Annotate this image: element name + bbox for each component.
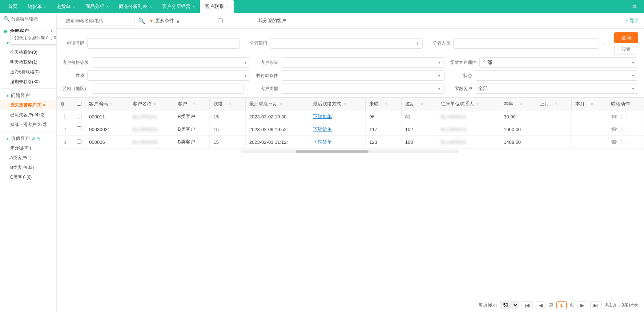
staff-more-btn[interactable]: ...	[602, 41, 605, 46]
tab-销货单[interactable]: 销货单×	[23, 0, 51, 13]
sidebar-item-class-b[interactable]: B类客户(33)	[0, 163, 56, 173]
tab-客户分层经营[interactable]: 客户分层经营×	[157, 0, 200, 13]
select-all-checkbox[interactable]	[77, 101, 81, 106]
sort-icon-uncontacted[interactable]: ⇅	[385, 102, 388, 106]
sidebar-item-7days[interactable]: 近7天待联络(0)	[0, 67, 56, 77]
action-contact-icon-1[interactable]: ☎	[611, 114, 617, 119]
sort-icon-code[interactable]: ⇅	[110, 102, 113, 106]
sort-icon-method[interactable]: ⇅	[343, 102, 346, 106]
action-more-icon-2[interactable]: ⋮⋮	[619, 126, 629, 132]
sidebar-item-churned[interactable]: 已流失客户(24) ②	[0, 110, 56, 120]
close-window-btn[interactable]: ✕	[628, 3, 641, 11]
price-grade-select[interactable]: ▼	[92, 57, 250, 68]
sort-icon-tmonth[interactable]: ⇅	[591, 102, 593, 106]
last-method-link-2[interactable]: 下销货单	[313, 126, 332, 132]
sidebar-item-tomorrow[interactable]: 明天待联络(1)	[0, 57, 56, 67]
sidebar-item-class-c[interactable]: C类客户(6)	[0, 173, 56, 182]
export-button[interactable]: ↑ 导出	[626, 17, 639, 24]
tab-label: 销货单	[28, 3, 42, 10]
sort-icon-year[interactable]: ⇅	[519, 102, 522, 106]
status-select[interactable]: ▼	[475, 70, 638, 81]
row-checkbox-3[interactable]	[73, 136, 85, 149]
per-page-select[interactable]: 50 100 200	[500, 301, 519, 309]
last-method-link-3[interactable]: 下销货单	[313, 139, 332, 145]
value-customers-edit-icon[interactable]: ✎	[37, 136, 41, 141]
prev-page-btn[interactable]: ◀	[536, 301, 546, 309]
th-last-date: 最后联络日期 ⇅	[245, 98, 309, 110]
row-last-method-2[interactable]: 下销货单	[309, 123, 366, 136]
table-row: 1 000011 BLURRED1 B类客户 15 2023-03-02 10:…	[57, 110, 644, 123]
tab-商品分析[interactable]: 商品分析×	[80, 0, 114, 13]
retail-attr-select[interactable]: 全部 ▼	[479, 57, 638, 68]
row-last-method-1[interactable]: 下销货单	[309, 110, 366, 123]
sort-icon-person[interactable]: ⇅	[476, 102, 479, 106]
th-settings[interactable]: ⚙	[57, 98, 73, 110]
tab-close-btn[interactable]: ×	[226, 4, 228, 9]
tab-close-btn[interactable]: ×	[193, 4, 195, 9]
tab-close-btn[interactable]: ×	[44, 4, 46, 9]
tab-进货单[interactable]: 进货单×	[51, 0, 80, 13]
next-page-btn[interactable]: ▶	[577, 301, 587, 309]
sort-icon-lmonth[interactable]: ⇅	[555, 102, 558, 106]
staff-input[interactable]	[453, 39, 599, 49]
grade-select[interactable]: ▼	[281, 57, 444, 68]
my-customers-checkbox[interactable]	[184, 19, 257, 23]
group-problem-customers[interactable]: ▼ 问题客户	[0, 90, 56, 100]
settings-button[interactable]: 设置	[614, 45, 638, 54]
row-checkbox-2[interactable]	[73, 123, 85, 136]
my-customers-checkbox-label[interactable]: 我分管的客户	[184, 17, 286, 24]
th-last-month: 上月... ⇅	[536, 98, 571, 110]
value-customers-refresh-icon[interactable]: ↺	[31, 136, 35, 141]
status-arrow-icon: ▼	[631, 74, 635, 78]
sort-icon-date[interactable]: ⇅	[279, 102, 282, 106]
row-last-method-3[interactable]: 下销货单	[309, 136, 366, 149]
home-tab[interactable]: 首页	[3, 0, 23, 13]
horizontal-scrollbar-track[interactable]	[241, 150, 459, 153]
sidebar-item-ungrouped[interactable]: 未分组(32)	[0, 143, 56, 153]
sort-icon-type[interactable]: ⇅	[193, 102, 196, 106]
tab-close-btn[interactable]: ×	[73, 4, 75, 9]
phone-input[interactable]	[87, 39, 240, 49]
sidebar-item-declining[interactable]: 持续下滑客户(2) ②	[0, 120, 56, 130]
retail-select[interactable]: 全部 ▼	[475, 84, 638, 94]
pay-select[interactable]: ▼	[281, 70, 444, 81]
dept-select[interactable]: ▼	[270, 39, 422, 49]
row-overdue-2: 102	[401, 123, 437, 136]
more-conditions-btn[interactable]: ▼ 更多条件 ▲	[149, 17, 180, 24]
first-page-btn[interactable]: |◀	[522, 301, 533, 309]
th-checkbox[interactable]	[73, 98, 85, 110]
sidebar-item-churn-warning[interactable]: 流失预警客户(3) ●	[0, 100, 56, 110]
sidebar-item-overdue[interactable]: 逾期未联络(30)	[0, 77, 56, 87]
tab-商品分析列表[interactable]: 商品分析列表×	[114, 0, 157, 13]
sort-icon-name[interactable]: ⇅	[153, 102, 156, 106]
query-button[interactable]: 查询	[614, 32, 638, 43]
customer-type-select[interactable]: ▼	[281, 84, 444, 94]
sidebar-item-today[interactable]: 今天待联络(0)	[0, 48, 56, 57]
gender-select[interactable]: ▼	[87, 70, 250, 81]
phone-label: 电话号码	[63, 40, 84, 46]
tab-close-btn[interactable]: ×	[106, 4, 109, 9]
horizontal-scrollbar-thumb[interactable]	[296, 150, 369, 153]
last-page-btn[interactable]: ▶|	[590, 301, 601, 309]
grid-icon: ⊞	[4, 29, 8, 34]
sidebar-item-class-a[interactable]: A类客户(1)	[0, 153, 56, 163]
search-button[interactable]: 🔍	[138, 17, 145, 24]
sort-icon-overdue[interactable]: ⇅	[420, 102, 423, 106]
tab-close-btn[interactable]: ×	[149, 4, 152, 9]
region-more-btn[interactable]: ...	[247, 86, 250, 91]
row-this-year-1: 30.00	[500, 110, 536, 123]
group-value-customers[interactable]: ▼ 价值客户 ↺ ✎	[0, 133, 56, 143]
action-contact-icon-2[interactable]: ☎	[611, 126, 617, 132]
last-method-link-1[interactable]: 下销货单	[313, 114, 332, 119]
region-input[interactable]	[92, 84, 244, 94]
tab-客户联系[interactable]: 客户联系×	[200, 0, 233, 13]
search-input[interactable]	[62, 16, 134, 25]
action-more-icon-1[interactable]: ⋮⋮	[619, 114, 629, 119]
sidebar-search-input[interactable]	[11, 16, 53, 21]
sort-icon-contact[interactable]: ⇅	[229, 102, 232, 106]
action-contact-icon-3[interactable]: ☎	[611, 139, 617, 145]
row-type-1: B类客户	[174, 110, 210, 123]
row-checkbox-1[interactable]	[73, 110, 85, 123]
action-more-icon-3[interactable]: ⋮⋮	[619, 139, 629, 145]
retail-label: 零散客户	[450, 86, 472, 92]
